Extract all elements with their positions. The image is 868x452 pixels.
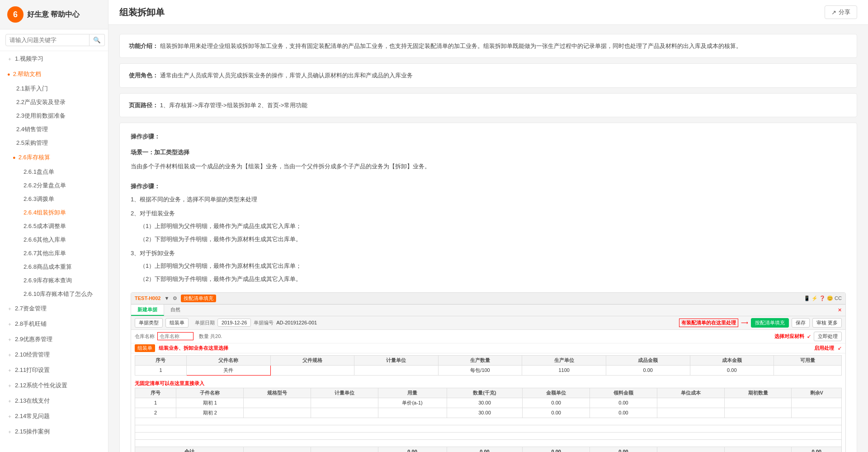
search-button[interactable]: 🔍 <box>90 34 105 46</box>
feature-intro-text: 组装拆卸单用来处理企业组装或拆卸等加工业务，支持有固定装配清单的产品加工业务，也… <box>160 43 742 49</box>
ss-bth-9: 期初数量 <box>724 388 792 398</box>
path-label: 页面路径： <box>129 102 158 109</box>
ss-top-cell-name: 关件 <box>186 365 270 375</box>
toggle-icon-2-9: ＋ <box>7 336 12 343</box>
ss-btn-type: 单据类型 <box>135 318 163 328</box>
sidebar-item-2-6-6[interactable]: 2.6.6其他入库单 <box>0 233 108 247</box>
ss-th-3: 计量单位 <box>354 355 439 365</box>
ss-top-cell-num: 1 <box>135 365 187 375</box>
ss-br1-remain <box>792 398 842 408</box>
ops-label: 操作步骤： <box>131 131 846 143</box>
sidebar-item-2-6-7[interactable]: 2.6.7其他出库单 <box>0 247 108 260</box>
ss-warehouse-row: 仓库名称 数量 共20. 选择对应材料 ↙ 立即处理 <box>131 330 845 343</box>
sidebar: 6 好生意 帮助中心 🔍 ＋ 1.视频学习 ● 2.帮助文档 2.1新手入门 2… <box>0 0 108 452</box>
sidebar-item-2-6[interactable]: ● 2.6库存核算 <box>0 150 108 165</box>
ss-wh-label: 仓库名称 <box>135 333 155 340</box>
role-desc: 通常由生产人员或库管人员完成拆装业务的操作，库管人员确认原材料的出库和产成品的入… <box>160 72 413 79</box>
ss-br2-qty: 30.00 <box>447 408 523 418</box>
ss-br2-name: 期初 2 <box>176 408 244 418</box>
top-bar: 组装拆卸单 ↗ 分享 <box>108 0 868 25</box>
ss-br1-unit <box>311 398 378 408</box>
ss-th-4: 生产数量 <box>438 355 522 365</box>
fake-screenshot: TEST-H002 ▼ ⚙ 按配清单填充 📱 ⚡ ❓ 😊 CC 新建单据 自然 … <box>131 293 845 452</box>
toggle-icon-2-13: ＋ <box>7 398 12 404</box>
share-label: 分享 <box>839 8 850 16</box>
toggle-icon-2-11: ＋ <box>7 367 12 374</box>
ss-bottom-row-3 <box>135 418 842 425</box>
ss-icons-right: 📱 ⚡ ❓ 😊 CC <box>804 295 842 301</box>
step2: 2、对于组装业务 <box>131 208 846 219</box>
toggle-icon-docs: ● <box>7 71 10 77</box>
ss-arrow2: ↙ <box>807 333 811 339</box>
ss-br2-initqty <box>724 408 792 418</box>
ss-annotation2: 选择对应材料 <box>774 333 804 340</box>
ss-footer-6 <box>657 447 724 452</box>
ss-th-2: 父件规格 <box>270 355 354 365</box>
ss-br2-remain <box>792 408 842 418</box>
sidebar-item-video[interactable]: ＋ 1.视频学习 <box>0 51 108 67</box>
scenario1-desc: 当由多个子件材料组装成一个成品的业务为【组装】业务，当由一个父件拆分成多个子产品… <box>131 161 846 172</box>
ss-num-label: 单据编号 <box>254 319 274 326</box>
ss-tab-spacer <box>187 305 834 316</box>
sidebar-item-video-label: 1.视频学习 <box>15 55 43 63</box>
sidebar-item-2-11[interactable]: ＋ 2.11打印设置 <box>0 362 108 378</box>
ss-date-value: 2019-12-26 <box>217 319 251 327</box>
sidebar-item-2-15-label: 2.15操作案例 <box>15 428 50 436</box>
sidebar-item-2-6-10[interactable]: 2.6.10库存账本错了怎么办 <box>0 287 108 301</box>
ss-bth-6: 金额单位 <box>523 388 590 398</box>
sidebar-item-2-3[interactable]: 2.3使用前数据准备 <box>0 109 108 123</box>
ss-top-cell-qty: 每包/100 <box>438 365 522 375</box>
role-label: 使用角色： <box>129 72 158 79</box>
ss-bottom-row-5 <box>135 432 842 439</box>
ss-th-6: 成品金额 <box>606 355 690 365</box>
sidebar-item-2-6-2[interactable]: 2.6.2分量盘点单 <box>0 179 108 192</box>
ss-top-cell-unit <box>354 365 439 375</box>
toggle-icon-2-14: ＋ <box>7 413 12 420</box>
sidebar-item-2-6-4[interactable]: 2.6.4组装拆卸单 <box>0 206 108 219</box>
ss-wh-input[interactable] <box>157 332 193 340</box>
sidebar-item-docs[interactable]: ● 2.帮助文档 <box>0 67 108 82</box>
sidebar-header: 6 好生意 帮助中心 <box>0 0 108 29</box>
sidebar-item-2-6-5[interactable]: 2.6.5成本调整单 <box>0 219 108 233</box>
search-input[interactable] <box>5 34 90 46</box>
sidebar-item-2-10-label: 2.10经营管理 <box>15 351 50 359</box>
ss-top-cell-spec <box>270 365 354 375</box>
search-box[interactable]: 🔍 <box>0 29 108 51</box>
ss-footer-7 <box>724 447 792 452</box>
ss-bottom-row-2: 2 期初 2 30.00 0.00 0.00 <box>135 408 842 418</box>
share-button[interactable]: ↗ 分享 <box>825 5 857 19</box>
sidebar-item-2-12[interactable]: ＋ 2.12系统个性化设置 <box>0 378 108 393</box>
sidebar-item-2-7[interactable]: ＋ 2.7资金管理 <box>0 301 108 316</box>
sidebar-item-2-9-label: 2.9优惠券管理 <box>15 335 52 343</box>
ss-br1-qty: 30.00 <box>447 398 523 408</box>
sidebar-item-2-6-9[interactable]: 2.6.9库存账本查询 <box>0 274 108 287</box>
sidebar-item-2-1[interactable]: 2.1新手入门 <box>0 82 108 95</box>
sidebar-item-2-10[interactable]: ＋ 2.10经营管理 <box>0 347 108 362</box>
sidebar-item-2-5[interactable]: 2.5采购管理 <box>0 136 108 150</box>
sidebar-item-2-4[interactable]: 2.4销售管理 <box>0 123 108 136</box>
sidebar-item-2-6-8[interactable]: 2.6.8商品成本重算 <box>0 260 108 274</box>
sidebar-item-2-9[interactable]: ＋ 2.9优惠券管理 <box>0 332 108 347</box>
sidebar-item-2-14[interactable]: ＋ 2.14常见问题 <box>0 409 108 424</box>
sidebar-item-2-8-label: 2.8手机旺铺 <box>15 320 47 328</box>
ss-footer-0 <box>244 447 311 452</box>
sidebar-item-2-6-3[interactable]: 2.6.3调拨单 <box>0 192 108 206</box>
ss-top-table: 序号 父件名称 父件规格 计量单位 生产数量 生产单位 成品金额 成本金额 可用… <box>135 355 842 376</box>
ss-footer-3: 0.00 <box>447 447 523 452</box>
sidebar-item-2-8[interactable]: ＋ 2.8手机旺铺 <box>0 316 108 332</box>
ss-bth-5: 数量(千克) <box>447 388 523 398</box>
ss-bottom-row-4 <box>135 425 842 432</box>
sidebar-item-2-2[interactable]: 2.2产品安装及登录 <box>0 95 108 109</box>
ss-footer-total-label: 合计 <box>135 447 244 452</box>
toggle-icon-2-6: ● <box>13 155 16 160</box>
sidebar-item-2-13[interactable]: ＋ 2.13在线支付 <box>0 393 108 409</box>
sidebar-item-2-13-label: 2.13在线支付 <box>15 397 50 405</box>
steps-block: 操作步骤： 场景一：加工类型选择 当由多个子件材料组装成一个成品的业务为【组装】… <box>119 123 857 452</box>
ss-tab-inactive: 自然 <box>164 305 187 316</box>
sidebar-item-2-6-1[interactable]: 2.6.1盘点单 <box>0 165 108 179</box>
sidebar-item-2-15[interactable]: ＋ 2.15操作案例 <box>0 424 108 439</box>
ss-bth-0: 序号 <box>135 388 176 398</box>
ss-br1-initqty <box>724 398 792 408</box>
share-icon: ↗ <box>831 9 836 16</box>
ss-date-label: 单据日期 <box>195 319 215 326</box>
